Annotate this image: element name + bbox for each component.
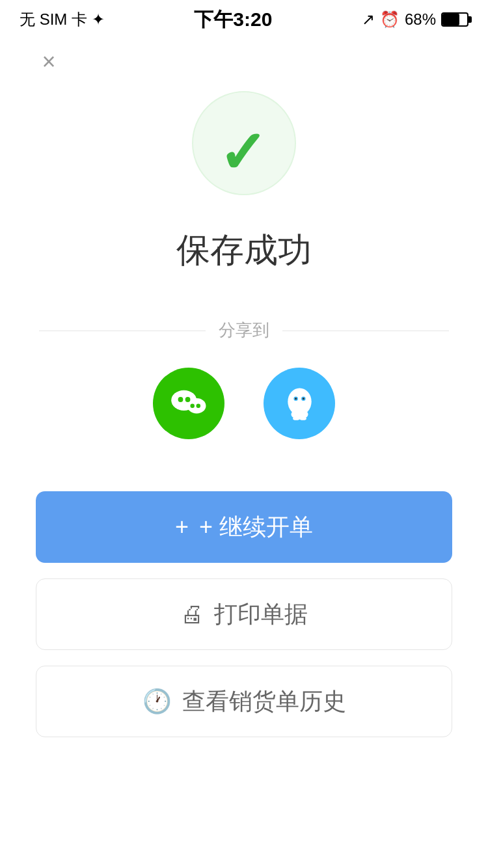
status-left: 无 SIM 卡 ✦: [20, 9, 105, 30]
checkmark-icon: [218, 124, 270, 163]
location-icon: ↗: [362, 10, 375, 29]
status-bar: 无 SIM 卡 ✦ 下午3:20 ↗ ⏰ 68%: [0, 0, 488, 39]
share-icons: [153, 368, 335, 439]
svg-point-3: [185, 397, 190, 402]
wechat-icon: [168, 383, 210, 425]
svg-point-4: [190, 403, 195, 408]
sim-text: 无 SIM 卡 ✦: [20, 9, 105, 30]
main-content: 保存成功 分享到: [0, 39, 488, 737]
battery-icon: [441, 12, 468, 27]
close-button[interactable]: ×: [33, 46, 65, 78]
print-icon: 🖨: [180, 601, 204, 628]
svg-point-11: [302, 398, 304, 400]
share-label: 分享到: [206, 319, 282, 342]
svg-point-13: [299, 416, 306, 420]
svg-point-10: [295, 398, 297, 400]
share-section: 分享到: [0, 319, 488, 439]
status-time: 下午3:20: [194, 7, 272, 33]
print-label: 打印单据: [214, 599, 308, 631]
qq-icon: [278, 383, 321, 425]
history-label: 查看销货单历史: [182, 686, 346, 718]
close-icon: ×: [42, 50, 55, 74]
continue-order-label: + 继续开单: [199, 511, 313, 543]
battery-percent: 68%: [405, 10, 436, 29]
share-divider: 分享到: [0, 319, 488, 342]
clock-icon: 🕐: [142, 688, 172, 715]
alarm-icon: ⏰: [380, 10, 400, 29]
svg-point-12: [293, 416, 299, 420]
success-title: 保存成功: [176, 228, 312, 273]
svg-point-5: [196, 403, 200, 408]
svg-point-2: [178, 397, 183, 402]
qq-share-button[interactable]: [264, 368, 335, 439]
continue-order-button[interactable]: + + 继续开单: [36, 491, 452, 563]
history-button[interactable]: 🕐 查看销货单历史: [36, 666, 452, 737]
wechat-share-button[interactable]: [153, 368, 224, 439]
status-right: ↗ ⏰ 68%: [362, 10, 468, 29]
success-circle: [192, 91, 296, 195]
print-button[interactable]: 🖨 打印单据: [36, 578, 452, 650]
plus-icon: +: [175, 513, 189, 541]
buttons-section: + + 继续开单 🖨 打印单据 🕐 查看销货单历史: [36, 491, 452, 737]
